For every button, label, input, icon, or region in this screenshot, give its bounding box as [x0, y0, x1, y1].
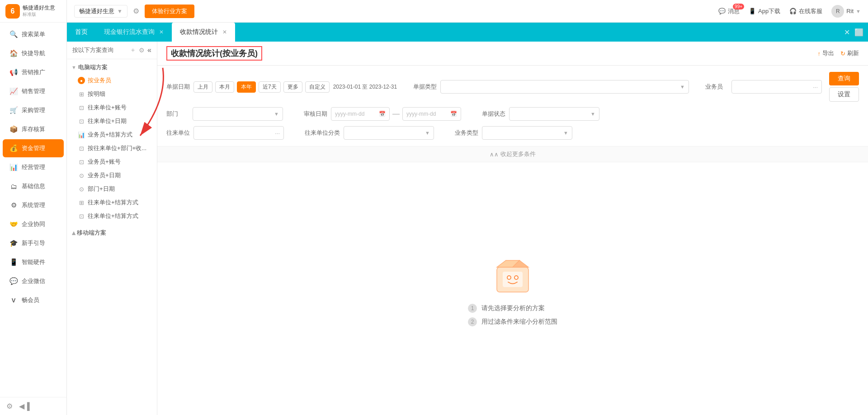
date-btn-more[interactable]: 更多 — [283, 81, 302, 93]
sidebar-item-operations[interactable]: 📊 经营管理 — [3, 158, 64, 176]
filter-row-1: 单据日期 上月 本月 本年 近7天 更多 自定义 2023-01-01 至 20… — [166, 72, 859, 102]
sidebar-item-enterprise[interactable]: 🤝 企业协同 — [3, 215, 64, 233]
scheme-item-by-detail[interactable]: ⊞ 按明细 — [67, 87, 157, 101]
service-icon: 🎧 — [789, 8, 797, 14]
salesperson-select[interactable]: ··· — [731, 80, 822, 94]
date-filter-group: 上月 本月 本年 近7天 更多 自定义 — [193, 81, 330, 93]
doc-type-select[interactable]: ▼ — [440, 80, 689, 94]
sidebar-item-finance[interactable]: 💰 资金管理 — [3, 139, 64, 157]
maximize-icon[interactable]: ⬜ — [854, 28, 863, 37]
user-name: Rit — [846, 8, 854, 14]
scheme-item-salesperson-account[interactable]: ⊡ 业务员+账号 — [67, 155, 157, 169]
refresh-button[interactable]: ↻ 刷新 — [840, 49, 859, 57]
collapse-sidebar-icon[interactable]: ◀▐ — [19, 402, 29, 410]
salesperson-payment-label: 业务员+结算方式 — [88, 131, 132, 139]
review-date-end-input[interactable]: yyyy-mm-dd 📅 — [402, 107, 461, 121]
settings-bottom-icon[interactable]: ⚙ — [6, 402, 13, 410]
enterprise-icon: 🤝 — [9, 220, 18, 229]
partner-select[interactable]: ··· — [193, 126, 284, 140]
close-window-icon[interactable]: ✕ — [844, 28, 850, 37]
date-btn-custom[interactable]: 自定义 — [305, 81, 330, 93]
partner-category-select[interactable]: ▼ — [344, 126, 434, 140]
export-icon: ↑ — [818, 50, 821, 57]
scheme-item-partner-account[interactable]: ⊡ 往来单位+账号 — [67, 101, 157, 114]
inventory-icon: 📦 — [9, 125, 18, 134]
user-profile[interactable]: R Rit ▼ — [831, 5, 861, 18]
partner-payment2-label: 往来单位+结算方式 — [88, 212, 138, 220]
sidebar-item-basic-info[interactable]: 🗂 基础信息 — [3, 177, 64, 195]
date-btn-this-month[interactable]: 本月 — [215, 81, 234, 93]
sidebar-nav: 🔍 搜索菜单 🏠 快捷导航 📢 营销推广 📈 销售管理 🛒 采购管理 📦 库存核… — [0, 23, 66, 397]
review-date-start-input[interactable]: yyyy-mm-dd 📅 — [331, 107, 390, 121]
tab-bank-flow[interactable]: 现金银行流水查询 ✕ — [96, 23, 172, 42]
mobile-group-header[interactable]: ▶ 移动端方案 — [67, 226, 157, 239]
date-btn-7days[interactable]: 近7天 — [259, 81, 281, 93]
sidebar-item-inventory[interactable]: 📦 库存核算 — [3, 120, 64, 138]
review-date-label: 审核日期 — [304, 110, 327, 118]
sales-icon: 📈 — [9, 87, 18, 96]
query-button[interactable]: 查询 — [829, 72, 859, 85]
sidebar-item-purchase[interactable]: 🛒 采购管理 — [3, 101, 64, 119]
sidebar-item-marketing[interactable]: 📢 营销推广 — [3, 63, 64, 81]
settings-button[interactable]: 设置 — [829, 87, 859, 102]
date-btn-this-year[interactable]: 本年 — [237, 81, 256, 93]
right-content: 收款情况统计(按业务员) ↑ 导出 ↻ 刷新 单据日 — [157, 42, 868, 415]
business-type-select[interactable]: ▼ — [482, 126, 572, 140]
partner-more-btn[interactable]: ··· — [275, 130, 280, 137]
close-bank-flow-icon[interactable]: ✕ — [159, 29, 164, 35]
close-collection-stats-icon[interactable]: ✕ — [222, 29, 227, 35]
collapse-panel-icon[interactable]: « — [147, 46, 151, 54]
svg-rect-1 — [503, 272, 523, 287]
salesperson-payment-icon: 📊 — [78, 131, 85, 138]
filter-row-2: 部门 ▼ 审核日期 yyyy-mm-dd 📅 — [166, 107, 859, 121]
desktop-group-header[interactable]: ▼ 电脑端方案 — [67, 61, 157, 74]
business-type-label: 业务类型 — [455, 129, 478, 137]
tab-collection-stats[interactable]: 收款情况统计 ✕ — [172, 23, 235, 42]
header-gear-icon[interactable]: ⚙ — [133, 7, 139, 15]
export-button[interactable]: ↑ 导出 — [818, 49, 835, 57]
sidebar-item-search-menu[interactable]: 🔍 搜索菜单 — [3, 25, 64, 43]
salesperson-more-icon[interactable]: ··· — [813, 84, 818, 90]
partner-category-arrow-icon: ▼ — [425, 130, 430, 136]
sidebar-item-member[interactable]: V 畅会员 — [3, 291, 64, 309]
scheme-item-partner-date[interactable]: ⊡ 往来单位+日期 — [67, 114, 157, 128]
review-date-end-placeholder: yyyy-mm-dd — [406, 111, 436, 117]
dept-select[interactable]: ▼ — [193, 107, 283, 121]
date-btn-last-month[interactable]: 上月 — [193, 81, 212, 93]
desktop-group-label: 电脑端方案 — [78, 63, 108, 71]
sidebar-item-sales[interactable]: 📈 销售管理 — [3, 82, 64, 100]
partner-date-label: 往来单位+日期 — [88, 117, 127, 125]
scheme-item-dept-date[interactable]: ⊙ 部门+日期 — [67, 182, 157, 196]
tab-home[interactable]: 首页 — [67, 23, 96, 42]
collapse-bar[interactable]: ∧∧ 收起更多条件 — [157, 146, 868, 162]
scheme-item-salesperson-date[interactable]: ⊙ 业务员+日期 — [67, 169, 157, 182]
scheme-item-partner-payment1[interactable]: ⊞ 往来单位+结算方式 — [67, 196, 157, 209]
add-scheme-icon[interactable]: ＋ — [130, 46, 136, 54]
sidebar-item-smart-hw[interactable]: 📱 智能硬件 — [3, 253, 64, 271]
salesperson-filter-label: 业务员 — [705, 83, 728, 91]
sidebar-item-quick-nav[interactable]: 🏠 快捷导航 — [3, 44, 64, 62]
scheme-settings-icon[interactable]: ⚙ — [139, 47, 145, 54]
trial-button[interactable]: 体验行业方案 — [145, 5, 194, 18]
app-logo-icon: 6 — [5, 4, 20, 19]
step-2-num: 2 — [468, 317, 477, 326]
sidebar-item-wechat[interactable]: 💬 企业微信 — [3, 272, 64, 290]
sidebar-item-system[interactable]: ⚙ 系统管理 — [3, 196, 64, 214]
doc-status-select[interactable]: ▼ — [509, 107, 599, 121]
sidebar-logo: 6 畅捷通好生意 标准版 — [0, 0, 66, 23]
scheme-item-salesperson-payment[interactable]: 📊 业务员+结算方式 — [67, 128, 157, 141]
marketing-icon: 📢 — [9, 68, 18, 77]
header-brand[interactable]: 畅捷通好生意 ▼ — [74, 5, 127, 18]
online-service-button[interactable]: 🎧 在线客服 — [789, 7, 822, 15]
svg-point-4 — [508, 276, 510, 279]
scheme-item-partner-payment2[interactable]: ⊡ 往来单位+结算方式 — [67, 209, 157, 223]
sidebar-label-inventory: 库存核算 — [22, 125, 45, 133]
messages-button[interactable]: 💬 消息 99+ — [718, 7, 740, 15]
app-download-button[interactable]: 📱 App下载 — [749, 7, 780, 15]
top-header: 畅捷通好生意 ▼ ⚙ 体验行业方案 💬 消息 99+ 📱 App下载 🎧 在线客… — [67, 0, 868, 23]
header-brand-text: 畅捷通好生意 — [79, 7, 114, 15]
sidebar-item-guide[interactable]: 🎓 新手引导 — [3, 234, 64, 252]
export-label: 导出 — [822, 49, 834, 57]
scheme-item-by-salesperson[interactable]: ● 按业务员 — [67, 74, 157, 87]
scheme-item-partner-dept[interactable]: ⊡ 按往来单位+部门+收... — [67, 141, 157, 155]
